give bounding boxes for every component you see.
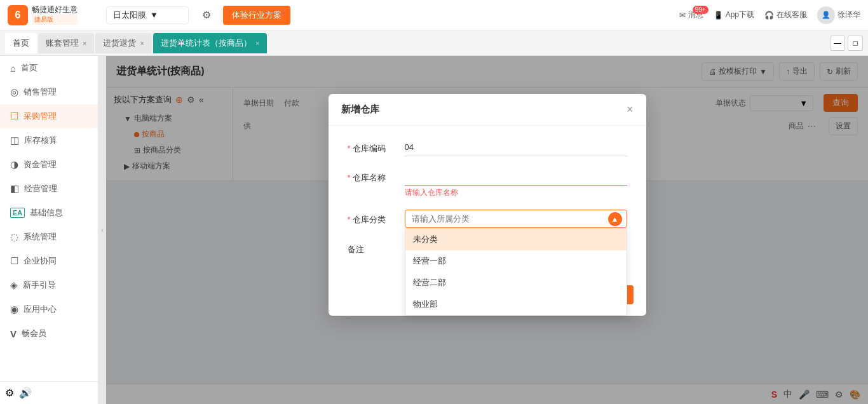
sidebar-item-member[interactable]: V 畅会员 — [0, 321, 98, 346]
operations-icon: ◧ — [10, 183, 19, 194]
name-field-row: 仓库名称 请输入仓库名称 — [348, 168, 627, 198]
tab-purchase-return-close[interactable]: × — [140, 39, 144, 47]
guide-icon: ◈ — [10, 279, 18, 291]
sidebar-label-sales: 销售管理 — [24, 86, 57, 98]
phone-icon: 📱 — [714, 11, 723, 20]
dropdown-arrow: ▼ — [150, 10, 158, 20]
logo-text: 畅捷通好生意 — [32, 5, 78, 15]
user-item[interactable]: 👤 徐泽华 — [817, 6, 860, 24]
logo-area: 6 畅捷通好生意 捷易版 — [8, 5, 106, 25]
sidebar-collapse-button[interactable]: ‹ — [98, 56, 106, 404]
category-dropdown: 未分类 经营一部 经营二部 物业部 — [405, 228, 627, 316]
purchase-icon: ☐ — [10, 111, 18, 122]
sidebar-label-guide: 新手引导 — [23, 279, 56, 291]
tab-minimize-button[interactable]: — — [830, 36, 845, 51]
modal-header: 新增仓库 × — [329, 94, 646, 126]
category-label: 仓库分类 — [348, 210, 398, 226]
modal-title: 新增仓库 — [341, 104, 379, 116]
sidebar: ⌂ 首页 ◎ 销售管理 ☐ 采购管理 ◫ 库存核算 ◑ 资金管理 ◧ 经营管理 … — [0, 56, 98, 404]
sidebar-item-enterprise[interactable]: ☐ 企业协同 — [0, 249, 98, 273]
sales-icon: ◎ — [10, 86, 18, 98]
sidebar-item-sales[interactable]: ◎ 销售管理 — [0, 80, 98, 104]
app-download-item[interactable]: 📱 App下载 — [714, 10, 754, 20]
dropdown-item-ops1[interactable]: 经营一部 — [405, 250, 627, 272]
logo-badge: 捷易版 — [32, 15, 78, 25]
member-icon: V — [10, 328, 17, 339]
category-arrow-button[interactable]: ▲ — [608, 212, 622, 226]
app-download-label: App下载 — [726, 10, 754, 20]
tab-purchase-return-label: 进货退货 — [103, 37, 136, 49]
sidebar-item-purchase[interactable]: ☐ 采购管理 — [0, 104, 98, 128]
tab-purchase-stats-close[interactable]: × — [255, 39, 259, 47]
top-header: 6 畅捷通好生意 捷易版 日太阳膜 ▼ ⚙ 体验行业方案 ✉ 消息 99+ 📱 … — [0, 0, 868, 30]
tab-purchase-return[interactable]: 进货退货 × — [95, 33, 151, 53]
system-icon: ◌ — [10, 231, 18, 243]
tab-accounts-label: 账套管理 — [46, 37, 79, 49]
category-input-wrap: ▲ 未分类 经营一部 经营二部 物业部 — [405, 210, 627, 228]
messages-badge: 99+ — [693, 6, 709, 14]
sidebar-label-finance: 资金管理 — [24, 159, 57, 170]
tab-accounts[interactable]: 账套管理 × — [38, 33, 94, 53]
name-input-wrap: 请输入仓库名称 — [405, 168, 627, 198]
sidebar-item-operations[interactable]: ◧ 经营管理 — [0, 177, 98, 201]
store-name: 日太阳膜 — [113, 10, 146, 21]
sidebar-label-member: 畅会员 — [22, 328, 46, 339]
inventory-icon: ◫ — [10, 135, 19, 146]
dropdown-item-none[interactable]: 未分类 — [405, 229, 627, 250]
base-icon: EA — [10, 208, 25, 218]
tab-accounts-close[interactable]: × — [83, 39, 86, 47]
code-input[interactable] — [405, 138, 627, 156]
note-label: 备注 — [348, 239, 398, 255]
dropdown-item-ops2[interactable]: 经营二部 — [405, 272, 627, 293]
new-warehouse-modal: 新增仓库 × 仓库编码 仓库名称 — [329, 94, 646, 316]
sidebar-item-home[interactable]: ⌂ 首页 — [0, 56, 98, 80]
category-field-row: 仓库分类 ▲ 未分类 经营一部 经营二部 物业部 — [348, 210, 627, 228]
settings-icon[interactable]: ⚙ — [5, 387, 14, 399]
volume-icon[interactable]: 🔊 — [19, 387, 32, 399]
sidebar-label-purchase: 采购管理 — [24, 111, 57, 122]
sidebar-label-base: 基础信息 — [30, 207, 63, 219]
main-layout: ⌂ 首页 ◎ 销售管理 ☐ 采购管理 ◫ 库存核算 ◑ 资金管理 ◧ 经营管理 … — [0, 56, 868, 404]
online-service-label: 在线客服 — [776, 10, 807, 20]
name-label: 仓库名称 — [348, 168, 398, 184]
content-area: 进货单统计(按商品) 🖨 按模板打印 ▼ ↑ 导出 ↻ 刷新 — [106, 56, 868, 404]
sidebar-label-system: 系统管理 — [24, 231, 57, 243]
modal-overlay: 新增仓库 × 仓库编码 仓库名称 — [106, 56, 868, 404]
home-icon: ⌂ — [10, 63, 16, 74]
sidebar-item-base[interactable]: EA 基础信息 — [0, 201, 98, 225]
headset-icon: 🎧 — [764, 11, 774, 20]
sidebar-item-apps[interactable]: ◉ 应用中心 — [0, 297, 98, 321]
tab-home[interactable]: 首页 — [5, 33, 37, 53]
category-input[interactable] — [405, 210, 627, 228]
dropdown-item-property[interactable]: 物业部 — [405, 293, 627, 315]
header-center: ⚙ 体验行业方案 — [189, 5, 679, 25]
sidebar-label-home: 首页 — [21, 62, 37, 74]
gear-button[interactable]: ⚙ — [196, 5, 217, 25]
enterprise-icon: ☐ — [10, 255, 18, 267]
sidebar-item-guide[interactable]: ◈ 新手引导 — [0, 273, 98, 297]
name-error-message: 请输入仓库名称 — [405, 187, 627, 198]
code-input-wrap — [405, 138, 627, 156]
tab-purchase-stats[interactable]: 进货单统计表（按商品） × — [153, 33, 267, 53]
tab-purchase-stats-label: 进货单统计表（按商品） — [161, 37, 252, 49]
message-icon: ✉ — [679, 11, 686, 20]
logo-icon: 6 — [8, 5, 28, 25]
sidebar-item-system[interactable]: ◌ 系统管理 — [0, 225, 98, 249]
sidebar-item-inventory[interactable]: ◫ 库存核算 — [0, 128, 98, 152]
finance-icon: ◑ — [10, 159, 18, 170]
modal-close-button[interactable]: × — [627, 103, 634, 116]
modal-body: 仓库编码 仓库名称 请输入仓库名称 — [329, 126, 646, 279]
sidebar-label-enterprise: 企业协同 — [24, 255, 57, 267]
tab-controls: — □ — [830, 36, 863, 51]
tab-bar: 首页 账套管理 × 进货退货 × 进货单统计表（按商品） × — □ — [0, 30, 868, 56]
messages-item[interactable]: ✉ 消息 99+ — [679, 10, 703, 20]
sidebar-item-finance[interactable]: ◑ 资金管理 — [0, 152, 98, 177]
store-selector[interactable]: 日太阳膜 ▼ — [106, 6, 189, 24]
tab-home-label: 首页 — [13, 37, 29, 49]
sidebar-label-operations: 经营管理 — [24, 183, 57, 194]
name-input[interactable] — [405, 168, 627, 185]
online-service-item[interactable]: 🎧 在线客服 — [764, 10, 807, 20]
username: 徐泽华 — [837, 10, 860, 20]
trial-button[interactable]: 体验行业方案 — [223, 6, 290, 25]
tab-maximize-button[interactable]: □ — [848, 36, 863, 51]
